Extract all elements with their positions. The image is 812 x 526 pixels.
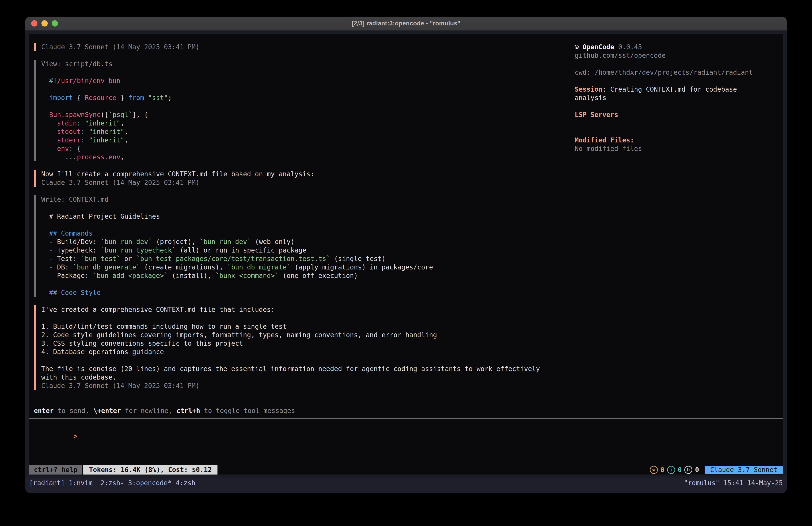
text-line: - TypeCheck: `bun run typecheck` (all) o… [41,246,573,255]
text-line: I've created a comprehensive CONTEXT.md … [41,305,573,314]
text-line: 3. CSS styling conventions specific to t… [41,339,573,348]
text-line: stderr: "inherit", [41,136,573,144]
text-line: - DB: `bun db generate` (create migratio… [41,263,573,271]
hint-count: 0 [695,466,699,474]
keybinding-help-line: enter to send, \+enter for newline, ctrl… [34,407,295,415]
text-line: Now I'll create a comprehensive CONTEXT.… [41,170,573,178]
text-line [575,60,782,68]
text-line: stdin: "inherit", [41,119,573,127]
info-icon: i [667,466,675,474]
window-bottom-padding [25,487,787,493]
lsp-diagnostics: w0i0h0 [650,466,699,474]
input-divider [29,418,783,419]
text-line: import { Resource } from "sst"; [41,94,573,102]
hint-icon: h [684,466,692,474]
text-line: 4. Database operations guidance [41,348,573,356]
minimize-button[interactable] [41,20,48,27]
desktop: [2/3] radiant:3:opencode - "romulus" Cla… [0,0,812,526]
text-line: © OpenCode 0.0.45 [575,43,782,51]
tokens-cost-badge: Tokens: 16.4K (8%), Cost: $0.12 [83,465,217,474]
text-line: Bun.spawnSync([`psql`], { [41,111,573,119]
text-line: No modified files [575,144,782,153]
tool-view-block: View: script/db.ts #!/usr/bin/env bun im… [34,60,573,161]
window-titlebar[interactable]: [2/3] radiant:3:opencode - "romulus" [25,17,787,30]
text-line [575,77,782,85]
help-shortcut-badge: ctrl+? help [29,465,82,474]
text-line: analysis [575,94,782,102]
text-line: with this codebase. [41,373,573,382]
text-line: ## Code Style [41,288,573,297]
text-line: Modified Files: [575,136,782,144]
text-line [41,85,573,94]
text-line [575,102,782,111]
tmux-window-list[interactable]: [radiant] 1:nvim 2:zsh- 3:opencode* 4:zs… [29,479,195,487]
prompt-input[interactable]: > [34,424,77,432]
text-line: LSP Servers [575,111,782,119]
text-line [41,221,573,229]
text-line: ...process.env, [41,153,573,161]
text-line [41,102,573,111]
tmux-status-bar: [radiant] 1:nvim 2:zsh- 3:opencode* 4:zs… [25,478,787,487]
text-line [41,204,573,212]
text-line: github.com/sst/opencode [575,51,782,60]
text-line: #!/usr/bin/env bun [41,77,573,85]
text-line [41,68,573,77]
text-line: Write: CONTEXT.md [41,195,573,204]
assistant-message-block: Now I'll create a comprehensive CONTEXT.… [34,170,573,187]
text-line: Session: Creating CONTEXT.md for codebas… [575,85,782,94]
text-line: The file is concise (20 lines) and captu… [41,365,573,373]
info-count: 0 [678,466,682,474]
text-line: 1. Build/lint/test commands including ho… [41,322,573,331]
prompt-chevron-icon: > [74,432,77,440]
traffic-lights [31,17,58,30]
model-badge[interactable]: Claude 3.7 Sonnet [705,466,783,474]
text-line: 2. Code style guidelines covering import… [41,331,573,339]
text-line [41,314,573,322]
text-line: env: { [41,144,573,153]
opencode-tui: Claude 3.7 Sonnet (14 May 2025 03:41 PM)… [29,34,783,474]
tool-write-block: Write: CONTEXT.md # Radiant Project Guid… [34,195,573,297]
text-line: Claude 3.7 Sonnet (14 May 2025 03:41 PM) [41,43,573,51]
warning-icon: w [650,466,658,474]
assistant-summary-block: I've created a comprehensive CONTEXT.md … [34,305,573,390]
text-line: stdout: "inherit", [41,127,573,136]
assistant-meta-block: Claude 3.7 Sonnet (14 May 2025 03:41 PM) [34,43,573,51]
text-line: View: script/db.ts [41,60,573,68]
text-line [41,280,573,288]
text-line [575,119,782,127]
text-line: Claude 3.7 Sonnet (14 May 2025 03:41 PM) [41,178,573,187]
chat-log: Claude 3.7 Sonnet (14 May 2025 03:41 PM)… [34,34,573,399]
tmux-session-info: "romulus" 15:41 14-May-25 [684,479,783,487]
terminal-window: [2/3] radiant:3:opencode - "romulus" Cla… [25,17,787,493]
text-line: - Test: `bun test` or `bun test packages… [41,255,573,263]
session-sidebar: © OpenCode 0.0.45github.com/sst/opencode… [575,43,782,153]
zoom-button[interactable] [52,20,58,27]
text-line: ## Commands [41,229,573,238]
text-line: cwd: /home/thdxr/dev/projects/radiant/ra… [575,68,782,77]
terminal-area: Claude 3.7 Sonnet (14 May 2025 03:41 PM)… [25,30,787,478]
status-bar: ctrl+? help Tokens: 16.4K (8%), Cost: $0… [29,465,783,474]
warning-count: 0 [661,466,665,474]
status-right-group: w0i0h0 Claude 3.7 Sonnet [650,465,783,474]
text-line: - Build/Dev: `bun run dev` (project), `b… [41,238,573,246]
window-title: [2/3] radiant:3:opencode - "romulus" [352,20,460,27]
text-line: Claude 3.7 Sonnet (14 May 2025 03:41 PM) [41,382,573,390]
text-line [575,127,782,136]
text-line [41,356,573,365]
text-line: # Radiant Project Guidelines [41,212,573,221]
close-button[interactable] [31,20,38,27]
text-line: - Package: `bun add <package>` (install)… [41,271,573,280]
